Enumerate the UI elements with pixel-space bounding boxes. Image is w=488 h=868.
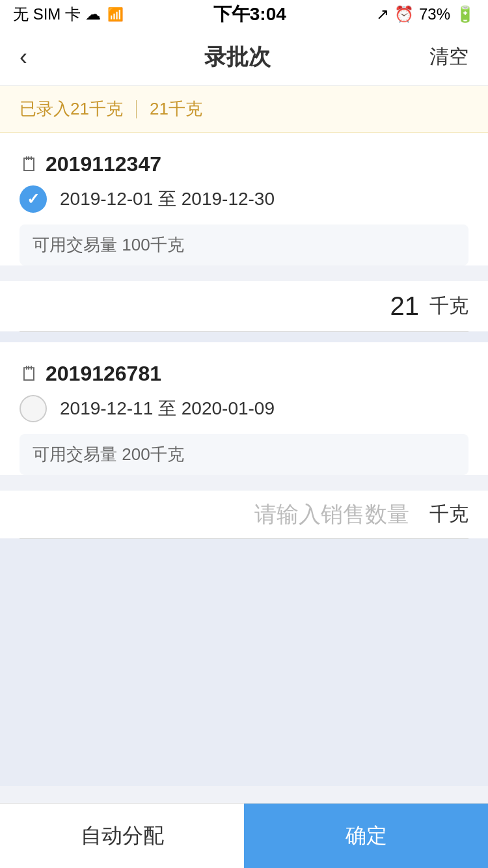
clear-button[interactable]: 清空 [416,44,468,70]
qty-value-1: 21 [390,292,420,321]
available-qty-1: 可用交易量 100千克 [20,224,468,265]
status-time: 下午3:04 [213,2,286,27]
batch-header-2: 🗒 2019126781 [20,362,468,386]
radio-1[interactable] [20,185,47,213]
recorded-label: 已录入21千克 [20,98,123,120]
batch-date-1: 2019-12-01 至 2019-12-30 [60,187,275,211]
status-bar: 无 SIM 卡 ☁ 📶 下午3:04 ↗ ⏰ 73% 🔋 [0,0,488,29]
batch-date-row-2: 2019-12-11 至 2020-01-09 [20,395,468,422]
qty-row-1: 21 千克 [0,281,488,331]
batch-card-2: 🗒 2019126781 2019-12-11 至 2020-01-09 可用交… [0,342,488,475]
bottom-bar: 自动分配 确定 [0,803,488,868]
empty-area [0,539,488,786]
input-unit-2: 千克 [429,501,468,528]
info-bar: 已录入21千克 21千克 [0,86,488,133]
qty-unit-1: 千克 [429,293,468,319]
confirm-button[interactable]: 确定 [244,804,488,868]
batch-date-row-1: 2019-12-01 至 2019-12-30 [20,185,468,213]
location-icon: ↗ [376,5,389,23]
batch-icon-2: 🗒 [20,363,39,385]
input-row-2: 千克 [0,491,488,538]
back-button[interactable]: ‹ [20,44,59,71]
section-divider [0,332,488,342]
auto-distribute-button[interactable]: 自动分配 [0,804,244,868]
wifi-icon: 📶 [107,7,124,22]
qty-input-2[interactable] [211,502,419,527]
total-label: 21千克 [150,98,202,120]
battery-text: 73% [419,5,450,23]
batch-id-2: 2019126781 [46,362,161,386]
alarm-icon: ⏰ [394,5,414,23]
batch-icon-1: 🗒 [20,154,39,176]
info-divider [136,100,137,118]
available-qty-2: 可用交易量 200千克 [20,434,468,475]
radio-2[interactable] [20,395,47,422]
batch-date-2: 2019-12-11 至 2020-01-09 [60,396,275,421]
batch-id-1: 2019112347 [46,152,161,176]
batch-header-1: 🗒 2019112347 [20,152,468,176]
no-sim-text: 无 SIM 卡 ☁ [13,4,101,25]
nav-bar: ‹ 录批次 清空 [0,29,488,86]
battery-icon: 🔋 [455,5,475,23]
status-right: ↗ ⏰ 73% 🔋 [376,5,475,23]
page-title: 录批次 [204,42,271,72]
status-left: 无 SIM 卡 ☁ 📶 [13,4,124,25]
batch-card-1: 🗒 2019112347 2019-12-01 至 2019-12-30 可用交… [0,133,488,265]
